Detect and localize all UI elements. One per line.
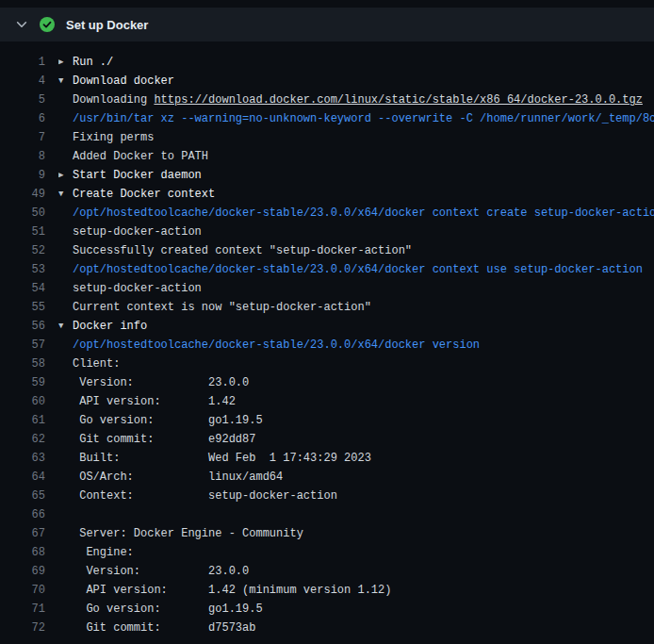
group-title: Download docker [73,74,174,88]
log-link-prefix: Downloading [73,93,154,107]
log-group-row[interactable]: 1▶Run ./ [0,53,654,72]
success-check-icon [40,17,55,32]
line-number[interactable]: 60 [0,392,45,411]
log-row: 60 API version: 1.42 [0,392,654,411]
log-row: 68 Engine: [0,543,654,562]
log-row: 67 Server: Docker Engine - Community [0,524,654,543]
group-content[interactable]: ▼Docker info [58,317,654,336]
disclosure-expanded-icon[interactable]: ▼ [58,185,73,204]
line-number[interactable]: 59 [0,373,45,392]
log-row: 59 Version: 23.0.0 [0,373,654,392]
disclosure-expanded-icon[interactable]: ▼ [58,317,73,336]
log-row: 52Successfully created context "setup-do… [0,241,654,260]
log-command-text: /opt/hostedtoolcache/docker-stable/23.0.… [58,204,654,223]
line-number[interactable]: 54 [0,279,45,298]
log-text: API version: 1.42 (minimum version 1.12) [58,581,654,600]
line-number[interactable]: 72 [0,619,45,637]
log-row: 5Downloading https://download.docker.com… [0,91,654,109]
log-text: setup-docker-action [58,279,654,298]
log-row: 57/opt/hostedtoolcache/docker-stable/23.… [0,336,654,355]
log-group-row[interactable]: 4▼Download docker [0,72,654,91]
log-command-text: /usr/bin/tar xz --warning=no-unknown-key… [58,109,654,128]
line-number[interactable]: 8 [0,147,45,166]
step-title: Set up Docker [66,18,148,32]
disclosure-expanded-icon[interactable]: ▼ [58,72,73,91]
log-row: 71 Go version: go1.19.5 [0,600,654,619]
line-number[interactable]: 55 [0,298,45,317]
log-row: 51setup-docker-action [0,223,654,241]
log-text: OS/Arch: linux/amd64 [58,468,654,487]
log-row: 50/opt/hostedtoolcache/docker-stable/23.… [0,204,654,223]
log-group-row[interactable]: 49▼Create Docker context [0,185,654,204]
line-number[interactable]: 7 [0,128,45,147]
line-number[interactable]: 51 [0,223,45,241]
log-text: Built: Wed Feb 1 17:43:29 2023 [58,449,654,468]
chevron-down-icon[interactable] [15,18,28,31]
log-group-row[interactable]: 9▶Start Docker daemon [0,166,654,185]
log-text: Successfully created context "setup-dock… [58,241,654,260]
log-row: 62 Git commit: e92dd87 [0,430,654,449]
log-row: 53/opt/hostedtoolcache/docker-stable/23.… [0,260,654,279]
line-number[interactable]: 50 [0,204,45,223]
group-content[interactable]: ▶Run ./ [58,53,654,72]
disclosure-collapsed-icon[interactable]: ▶ [58,53,73,72]
line-number[interactable]: 65 [0,487,45,505]
group-title: Run ./ [73,56,113,69]
log-text: Server: Docker Engine - Community [58,524,654,543]
line-number[interactable]: 66 [0,505,45,524]
log-text: Client: [58,355,654,373]
group-content[interactable]: ▼Create Docker context [58,185,654,204]
line-number[interactable]: 71 [0,600,45,619]
group-content[interactable]: ▼Download docker [58,72,654,91]
log-text: Added Docker to PATH [58,147,654,166]
log-lines: 1▶Run ./4▼Download docker5Downloading ht… [0,41,654,637]
disclosure-collapsed-icon[interactable]: ▶ [58,166,73,185]
log-text: setup-docker-action [58,223,654,241]
log-text: Downloading https://download.docker.com/… [58,91,654,109]
log-text: Git commit: e92dd87 [58,430,654,449]
line-number[interactable]: 1 [0,53,45,72]
log-text: Context: setup-docker-action [58,487,654,505]
line-number[interactable]: 70 [0,581,45,600]
log-text: Version: 23.0.0 [58,373,654,392]
log-text: API version: 1.42 [58,392,654,411]
line-number[interactable]: 69 [0,562,45,581]
line-number[interactable]: 9 [0,166,45,185]
log-row: 70 API version: 1.42 (minimum version 1.… [0,581,654,600]
line-number[interactable]: 56 [0,317,45,336]
log-text: Git commit: d7573ab [58,619,654,637]
line-number[interactable]: 5 [0,91,45,109]
log-row: 69 Version: 23.0.0 [0,562,654,581]
log-text: Go version: go1.19.5 [58,411,654,430]
log-command-text: /opt/hostedtoolcache/docker-stable/23.0.… [58,336,654,355]
line-number[interactable]: 64 [0,468,45,487]
line-number[interactable]: 6 [0,109,45,128]
line-number[interactable]: 63 [0,449,45,468]
line-number[interactable]: 4 [0,72,45,91]
log-row: 64 OS/Arch: linux/amd64 [0,468,654,487]
log-row: 8Added Docker to PATH [0,147,654,166]
line-number[interactable]: 52 [0,241,45,260]
log-row: 61 Go version: go1.19.5 [0,411,654,430]
line-number[interactable]: 57 [0,336,45,355]
log-row: 65 Context: setup-docker-action [0,487,654,505]
log-text: Engine: [58,543,654,562]
line-number[interactable]: 67 [0,524,45,543]
line-number[interactable]: 49 [0,185,45,204]
line-number[interactable]: 68 [0,543,45,562]
group-content[interactable]: ▶Start Docker daemon [58,166,654,185]
log-row: 66 [0,505,654,524]
step-header[interactable]: Set up Docker [0,8,654,41]
log-row: 7Fixing perms [0,128,654,147]
line-number[interactable]: 62 [0,430,45,449]
line-number[interactable]: 53 [0,260,45,279]
log-row: 6/usr/bin/tar xz --warning=no-unknown-ke… [0,109,654,128]
log-link[interactable]: https://download.docker.com/linux/static… [154,93,642,107]
log-row: 54setup-docker-action [0,279,654,298]
log-group-row[interactable]: 56▼Docker info [0,317,654,336]
log-row: 58Client: [0,355,654,373]
log-text [58,505,654,524]
group-title: Start Docker daemon [73,169,202,182]
line-number[interactable]: 61 [0,411,45,430]
line-number[interactable]: 58 [0,355,45,373]
